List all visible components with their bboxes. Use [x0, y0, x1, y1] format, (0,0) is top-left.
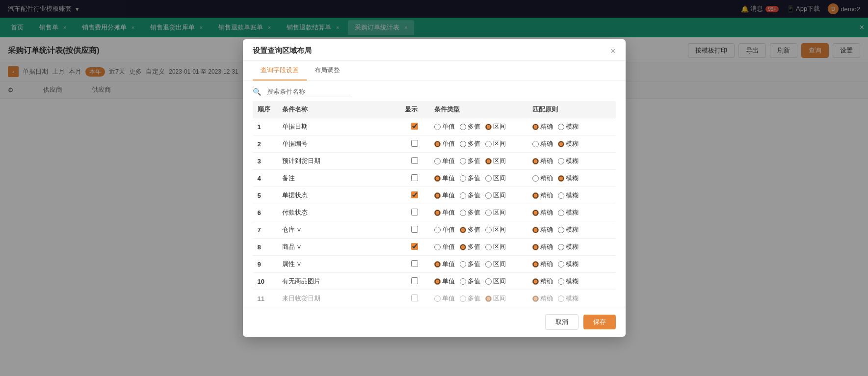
radio-type-多值[interactable]: 多值 [460, 294, 480, 303]
table-row: 11来日收货日期单值多值区间精确模糊 [253, 290, 616, 307]
row-display-cell [400, 204, 429, 221]
radio-type-区间[interactable]: 区间 [485, 139, 506, 148]
radio-type-单值[interactable]: 单值 [434, 294, 455, 303]
row-match-cell: 精确模糊 [527, 239, 616, 256]
row-display-checkbox[interactable] [411, 191, 418, 198]
radio-match-精确[interactable]: 精确 [532, 139, 553, 148]
radio-match-模糊[interactable]: 模糊 [558, 277, 579, 286]
radio-match-模糊[interactable]: 模糊 [558, 139, 579, 148]
radio-type-多值[interactable]: 多值 [460, 225, 480, 234]
radio-type-区间[interactable]: 区间 [485, 225, 506, 234]
row-display-checkbox[interactable] [411, 226, 418, 233]
radio-match-精确[interactable]: 精确 [532, 294, 553, 303]
row-type-cell: 单值多值区间 [429, 204, 527, 221]
radio-match-精确[interactable]: 精确 [532, 157, 553, 165]
modal-footer: 取消 保存 [243, 307, 626, 337]
radio-type-单值[interactable]: 单值 [434, 242, 455, 251]
row-display-checkbox[interactable] [411, 123, 418, 130]
radio-type-多值[interactable]: 多值 [460, 122, 480, 131]
radio-match-模糊[interactable]: 模糊 [558, 157, 579, 165]
table-row: 6付款状态单值多值区间精确模糊 [253, 204, 616, 221]
row-display-checkbox[interactable] [411, 174, 418, 181]
row-display-cell [400, 239, 429, 256]
modal-tab-query[interactable]: 查询字段设置 [253, 61, 307, 81]
radio-match-精确[interactable]: 精确 [532, 191, 553, 200]
row-display-checkbox[interactable] [411, 209, 418, 215]
radio-type-多值[interactable]: 多值 [460, 277, 480, 286]
row-display-checkbox[interactable] [411, 243, 418, 250]
radio-match-模糊[interactable]: 模糊 [558, 191, 579, 200]
row-display-checkbox[interactable] [411, 260, 418, 267]
radio-type-多值[interactable]: 多值 [460, 208, 480, 217]
radio-match-精确[interactable]: 精确 [532, 208, 553, 217]
radio-type-单值[interactable]: 单值 [434, 260, 455, 269]
radio-type-区间[interactable]: 区间 [485, 174, 506, 183]
radio-type-区间[interactable]: 区间 [485, 242, 506, 251]
radio-type-区间[interactable]: 区间 [485, 191, 506, 200]
radio-match-模糊[interactable]: 模糊 [558, 294, 579, 303]
row-name: 有无商品图片 [277, 273, 400, 290]
row-display-checkbox[interactable] [411, 295, 418, 301]
row-name: 属性 ∨ [277, 256, 400, 273]
radio-match-精确[interactable]: 精确 [532, 122, 553, 131]
radio-type-多值[interactable]: 多值 [460, 260, 480, 269]
radio-type-区间[interactable]: 区间 [485, 277, 506, 286]
search-input[interactable] [264, 86, 352, 97]
th-name: 条件名称 [277, 101, 400, 118]
cancel-button[interactable]: 取消 [545, 314, 579, 330]
radio-match-模糊[interactable]: 模糊 [558, 260, 579, 269]
radio-type-单值[interactable]: 单值 [434, 191, 455, 200]
row-display-cell [400, 256, 429, 273]
row-type-cell: 单值多值区间 [429, 239, 527, 256]
row-name: 预计到货日期 [277, 153, 400, 170]
radio-type-单值[interactable]: 单值 [434, 277, 455, 286]
radio-type-区间[interactable]: 区间 [485, 157, 506, 165]
row-order: 8 [253, 239, 277, 256]
modal-tab-layout[interactable]: 布局调整 [307, 61, 348, 81]
radio-type-多值[interactable]: 多值 [460, 174, 480, 183]
row-type-cell: 单值多值区间 [429, 118, 527, 135]
radio-type-单值[interactable]: 单值 [434, 174, 455, 183]
row-order: 7 [253, 221, 277, 239]
th-display: 显示 [400, 101, 429, 118]
settings-modal: 设置查询区域布局 × 查询字段设置 布局调整 🔍 顺序 条件名称 显示 条件类型 [243, 39, 626, 337]
radio-match-模糊[interactable]: 模糊 [558, 122, 579, 131]
row-match-cell: 精确模糊 [527, 153, 616, 170]
save-button[interactable]: 保存 [583, 315, 616, 329]
table-row: 8商品 ∨单值多值区间精确模糊 [253, 239, 616, 256]
radio-type-多值[interactable]: 多值 [460, 157, 480, 165]
row-name: 商品 ∨ [277, 239, 400, 256]
radio-match-精确[interactable]: 精确 [532, 277, 553, 286]
radio-match-精确[interactable]: 精确 [532, 242, 553, 251]
row-display-checkbox[interactable] [411, 277, 418, 284]
row-display-checkbox[interactable] [411, 157, 418, 164]
table-row: 4备注单值多值区间精确模糊 [253, 170, 616, 187]
radio-match-精确[interactable]: 精确 [532, 225, 553, 234]
row-name: 备注 [277, 170, 400, 187]
row-match-cell: 精确模糊 [527, 204, 616, 221]
radio-type-单值[interactable]: 单值 [434, 139, 455, 148]
radio-type-多值[interactable]: 多值 [460, 191, 480, 200]
radio-type-区间[interactable]: 区间 [485, 208, 506, 217]
radio-type-单值[interactable]: 单值 [434, 225, 455, 234]
radio-match-模糊[interactable]: 模糊 [558, 225, 579, 234]
modal-tabs: 查询字段设置 布局调整 [243, 61, 626, 81]
radio-type-单值[interactable]: 单值 [434, 157, 455, 165]
radio-type-多值[interactable]: 多值 [460, 139, 480, 148]
radio-type-多值[interactable]: 多值 [460, 242, 480, 251]
radio-match-精确[interactable]: 精确 [532, 174, 553, 183]
search-icon: 🔍 [253, 88, 261, 96]
row-order: 1 [253, 118, 277, 135]
radio-match-模糊[interactable]: 模糊 [558, 174, 579, 183]
radio-type-单值[interactable]: 单值 [434, 122, 455, 131]
radio-match-模糊[interactable]: 模糊 [558, 208, 579, 217]
radio-type-区间[interactable]: 区间 [485, 122, 506, 131]
radio-type-区间[interactable]: 区间 [485, 294, 506, 303]
radio-match-模糊[interactable]: 模糊 [558, 242, 579, 251]
modal-close-button[interactable]: × [610, 47, 616, 55]
row-display-checkbox[interactable] [411, 140, 418, 147]
row-order: 3 [253, 153, 277, 170]
radio-match-精确[interactable]: 精确 [532, 260, 553, 269]
radio-type-区间[interactable]: 区间 [485, 260, 506, 269]
radio-type-单值[interactable]: 单值 [434, 208, 455, 217]
